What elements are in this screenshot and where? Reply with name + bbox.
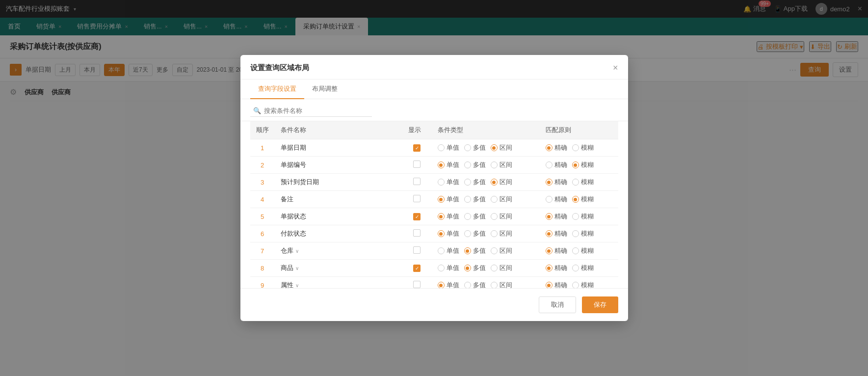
show-checkbox[interactable]	[413, 213, 421, 220]
radio-dot-icon	[491, 282, 498, 288]
radio-dot-icon	[438, 230, 445, 237]
show-checkbox[interactable]	[413, 246, 421, 254]
show-checkbox[interactable]	[413, 161, 421, 168]
radio-type-option[interactable]: 多值	[464, 264, 486, 272]
radio-match-option[interactable]: 精确	[546, 264, 567, 272]
radio-match-option[interactable]: 精确	[546, 229, 567, 238]
radio-dot-icon	[546, 161, 552, 168]
table-scroll: 顺序 条件名称 显示 条件类型 匹配原则 1单据日期单值多值区间精确模糊2单据编…	[240, 121, 628, 288]
radio-type-option[interactable]: 单值	[438, 264, 459, 272]
show-checkbox[interactable]	[413, 281, 421, 288]
radio-match-option[interactable]: 模糊	[572, 161, 594, 169]
radio-dot-icon	[464, 265, 471, 271]
show-checkbox[interactable]	[413, 229, 421, 237]
show-checkbox[interactable]	[413, 265, 421, 272]
radio-dot-icon	[572, 230, 579, 237]
radio-type-option[interactable]: 单值	[438, 161, 459, 169]
radio-type-option[interactable]: 区间	[491, 281, 512, 288]
radio-type-option[interactable]: 多值	[464, 161, 486, 169]
cancel-btn[interactable]: 取消	[539, 296, 576, 313]
radio-type-option[interactable]: 区间	[491, 161, 512, 169]
radio-type-option[interactable]: 多值	[464, 229, 486, 238]
th-match: 匹配原则	[540, 121, 618, 139]
radio-type-option[interactable]: 多值	[464, 246, 486, 255]
radio-type-option[interactable]: 单值	[438, 212, 459, 221]
radio-dot-icon	[546, 213, 552, 220]
radio-match-option[interactable]: 模糊	[572, 264, 594, 272]
cell-type: 单值多值区间	[432, 260, 540, 277]
cell-name: 单据编号	[275, 157, 402, 174]
radio-type-option[interactable]: 单值	[438, 143, 459, 152]
show-checkbox[interactable]	[413, 178, 421, 185]
radio-match-option[interactable]: 精确	[546, 143, 567, 152]
radio-type-option[interactable]: 单值	[438, 195, 459, 204]
radio-match-option[interactable]: 模糊	[572, 212, 594, 221]
tab-query-fields-label: 查询字段设置	[258, 85, 296, 92]
radio-match-option[interactable]: 模糊	[572, 143, 594, 152]
chevron-down-icon: ∨	[295, 283, 299, 288]
radio-dot-icon	[572, 282, 579, 288]
radio-type-option[interactable]: 单值	[438, 281, 459, 288]
search-input[interactable]	[264, 107, 372, 114]
table-row: 1单据日期单值多值区间精确模糊	[250, 139, 618, 157]
save-btn[interactable]: 保存	[582, 296, 618, 313]
cell-match: 精确模糊	[540, 208, 618, 225]
radio-dot-icon	[491, 247, 498, 254]
radio-match-option[interactable]: 模糊	[572, 178, 594, 187]
radio-type-option[interactable]: 单值	[438, 229, 459, 238]
radio-dot-icon	[572, 265, 579, 271]
radio-type-option[interactable]: 区间	[491, 229, 512, 238]
radio-type-option[interactable]: 区间	[491, 212, 512, 221]
radio-type-option[interactable]: 单值	[438, 178, 459, 187]
cell-name: 备注	[275, 191, 402, 208]
table-row: 3预计到货日期单值多值区间精确模糊	[250, 174, 618, 191]
cell-order: 1	[250, 139, 275, 157]
radio-type-option[interactable]: 多值	[464, 178, 486, 187]
cell-show	[402, 191, 432, 208]
radio-type-option[interactable]: 区间	[491, 195, 512, 204]
radio-type-option[interactable]: 区间	[491, 264, 512, 272]
radio-dot-icon	[438, 161, 445, 168]
cell-match: 精确模糊	[540, 191, 618, 208]
show-checkbox[interactable]	[413, 195, 421, 202]
radio-type-option[interactable]: 多值	[464, 281, 486, 288]
radio-dot-icon	[464, 196, 471, 203]
radio-type-option[interactable]: 多值	[464, 212, 486, 221]
radio-dot-icon	[491, 213, 498, 220]
radio-dot-icon	[546, 144, 552, 151]
settings-dialog: 设置查询区域布局 × 查询字段设置 布局调整 🔍	[240, 55, 628, 321]
dialog-close-btn[interactable]: ×	[613, 63, 618, 73]
cell-type: 单值多值区间	[432, 225, 540, 242]
radio-match-option[interactable]: 精确	[546, 178, 567, 187]
tab-layout[interactable]: 布局调整	[304, 80, 345, 99]
radio-type-option[interactable]: 多值	[464, 195, 486, 204]
cell-name: 商品∨	[275, 260, 402, 277]
radio-match-option[interactable]: 精确	[546, 246, 567, 255]
radio-match-option[interactable]: 模糊	[572, 195, 594, 204]
cell-match: 精确模糊	[540, 174, 618, 191]
radio-dot-icon	[572, 179, 579, 186]
cell-type: 单值多值区间	[432, 174, 540, 191]
chevron-down-icon: ∨	[295, 266, 299, 271]
radio-dot-icon	[464, 161, 471, 168]
radio-match-option[interactable]: 精确	[546, 195, 567, 204]
cell-order: 7	[250, 242, 275, 260]
radio-match-option[interactable]: 模糊	[572, 229, 594, 238]
radio-type-option[interactable]: 多值	[464, 143, 486, 152]
radio-match-option[interactable]: 精确	[546, 281, 567, 288]
radio-type-option[interactable]: 区间	[491, 246, 512, 255]
radio-type-option[interactable]: 区间	[491, 178, 512, 187]
cell-order: 4	[250, 191, 275, 208]
radio-match-option[interactable]: 模糊	[572, 246, 594, 255]
radio-dot-icon	[572, 144, 579, 151]
radio-type-option[interactable]: 区间	[491, 143, 512, 152]
radio-type-option[interactable]: 单值	[438, 246, 459, 255]
radio-match-option[interactable]: 精确	[546, 212, 567, 221]
show-checkbox[interactable]	[413, 144, 421, 152]
radio-match-option[interactable]: 精确	[546, 161, 567, 169]
radio-match-option[interactable]: 模糊	[572, 281, 594, 288]
cell-match: 精确模糊	[540, 157, 618, 174]
tab-query-fields[interactable]: 查询字段设置	[250, 80, 304, 99]
table-row: 5单据状态单值多值区间精确模糊	[250, 208, 618, 225]
table-row: 8商品∨单值多值区间精确模糊	[250, 260, 618, 277]
